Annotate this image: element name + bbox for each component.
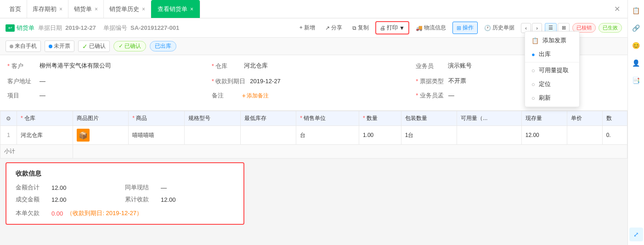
th-product-img: 商品图片 — [73, 111, 129, 126]
add-note-button[interactable]: 添加备注 — [242, 92, 269, 100]
row-qty: 1.00 — [359, 126, 401, 145]
product-table-wrap: ⚙ 仓库 商品图片 商品 规格型号 最低库存 销售单位 数量 包装数量 可用量（… — [0, 111, 627, 159]
tab-sales[interactable]: 销货单 × — [68, 0, 104, 18]
locate-icon: ○ — [531, 81, 535, 88]
tab-sales-close[interactable]: × — [95, 6, 98, 12]
right-sidebar: 📋 🔗 😊 👤 📑 ⤢ — [627, 0, 644, 228]
customer-value: 柳州粤港平安气体有限公司 — [38, 61, 212, 71]
payment-grid: 金额合计 12.00 同单现结 — 成交金额 12.00 累计收款 12.00 … — [16, 183, 234, 217]
tabs-bar-right: ✕ — [610, 2, 624, 16]
outbound-icon: ● — [531, 51, 535, 58]
mobile-dot-icon — [10, 45, 13, 48]
window-close-button[interactable]: ✕ — [610, 2, 624, 16]
status-confirmed-tag: ✓ 已确认 — [113, 41, 146, 51]
receipt-type-field: 票据类型 不开票 — [416, 76, 620, 86]
warehouse-field: 仓库 河北仓库 — [212, 61, 416, 71]
doc-number-label: 单据编号 SA-20191227-001 — [103, 24, 179, 32]
row-spec — [184, 126, 240, 145]
dropdown-refresh[interactable]: ○ 刷新 — [525, 91, 579, 105]
th-min-stock: 最低库存 — [240, 111, 296, 126]
print-button[interactable]: 🖨 打印 ▼ — [375, 21, 409, 34]
logistics-button[interactable]: 🚚 物流信息 — [412, 22, 450, 34]
th-qty: 数量 — [359, 111, 401, 126]
doc-title-area: ↩ 销货单 单据日期 2019-12-27 单据编号 SA-20191227-0… — [6, 24, 292, 32]
row-other: 0. — [602, 126, 627, 145]
row-min-stock — [240, 126, 296, 145]
row-available — [457, 126, 521, 145]
tab-sales-history-close[interactable]: × — [142, 6, 145, 12]
address-label: 客户地址 — [7, 77, 35, 85]
th-settings[interactable]: ⚙ — [0, 111, 17, 126]
logistics-icon: 🚚 — [416, 25, 423, 31]
dropdown-available-qty[interactable]: ○ 可用量提取 — [525, 63, 579, 77]
owed-row: 本单欠款 0.00 （收款到期日: 2019-12-27） — [16, 209, 234, 217]
sidebar-icon-file[interactable]: 📑 — [629, 74, 643, 87]
doc-date-label: 单据日期 2019-12-27 — [38, 24, 96, 32]
th-product: 商品 — [129, 111, 185, 126]
owed-note: （收款到期日: 2019-12-27） — [67, 209, 142, 217]
cumulative-row: 累计收款 12.00 — [125, 195, 234, 204]
row-product: 嘻嘻嘻嘻 — [129, 126, 185, 145]
doc-type-badge: ↩ 销货单 — [6, 24, 34, 32]
row-pack-qty: 1台 — [401, 126, 457, 145]
sidebar-icon-doc[interactable]: 📋 — [629, 4, 643, 17]
tab-view-sales[interactable]: 查看销货单 × — [151, 0, 200, 18]
subtotal-values — [73, 145, 627, 159]
new-button[interactable]: + 新增 — [296, 22, 319, 34]
cumulative-label: 累计收款 — [125, 195, 157, 204]
tab-inventory[interactable]: 库存期初 × — [27, 0, 68, 18]
operations-button[interactable]: ⊞ 操作 — [452, 22, 478, 34]
sidebar-icon-expand[interactable]: ⤢ — [629, 228, 643, 228]
payment-title: 收款信息 — [16, 170, 234, 178]
project-label: 项目 — [7, 91, 35, 100]
sidebar-icon-face[interactable]: 😊 — [629, 39, 643, 52]
dropdown-locate[interactable]: ○ 定位 — [525, 77, 579, 91]
tab-view-sales-close[interactable]: × — [190, 6, 193, 12]
refresh-icon: ○ — [531, 95, 535, 102]
share-button[interactable]: ↗ 分享 — [322, 22, 346, 34]
ticket-dot-icon — [49, 45, 52, 48]
th-warehouse: 仓库 — [17, 111, 73, 126]
salesperson2-field: 业务员孟 — — [416, 91, 620, 100]
not-open-ticket-btn[interactable]: 未开票 — [45, 40, 74, 52]
from-mobile-btn[interactable]: 来自手机 — [6, 40, 41, 52]
tab-home[interactable]: 首页 — [4, 0, 27, 18]
history-button[interactable]: 🕐 历史单据 — [480, 22, 518, 34]
dropdown-add-invoice[interactable]: 📋 添加发票 — [525, 34, 579, 47]
sidebar-icon-link[interactable]: 🔗 — [629, 21, 643, 35]
deal-amount-label: 成交金额 — [16, 195, 48, 204]
salesperson-field: 业务员 演示账号 — [416, 61, 620, 71]
row-warehouse: 河北仓库 — [17, 126, 73, 145]
project-field: 项目 — — [7, 91, 212, 100]
operations-dropdown: 📋 添加发票 ● 出库 ○ 可用量提取 ○ 定位 ○ 刷新 — [525, 31, 580, 107]
th-spec: 规格型号 — [184, 111, 240, 126]
receipt-type-label: 票据类型 — [416, 77, 444, 85]
doc-type-icon: ↩ — [6, 24, 15, 32]
note-field[interactable]: 备注 添加备注 — [212, 91, 416, 100]
th-available: 可用量（... — [457, 111, 521, 126]
subtotal-label: 小计 — [0, 145, 73, 159]
th-current: 现存量 — [521, 111, 567, 126]
project-value: — — [38, 91, 212, 100]
payment-date-label: 收款到期日 — [212, 77, 246, 85]
payment-amount-row: 金额合计 12.00 — [16, 183, 125, 192]
salesperson-label: 业务员 — [416, 62, 443, 70]
copy-button[interactable]: ⧉ 复制 — [349, 22, 373, 34]
print-dropdown-icon: ▼ — [399, 25, 405, 31]
row-current: 12.00 — [521, 126, 567, 145]
row-product-img: 📦 — [73, 126, 129, 145]
tab-sales-history[interactable]: 销货单历史 × — [104, 0, 151, 18]
table-header-row: ⚙ 仓库 商品图片 商品 规格型号 最低库存 销售单位 数量 包装数量 可用量（… — [0, 111, 627, 126]
warehouse-value: 河北仓库 — [242, 61, 416, 71]
dropdown-divider — [525, 62, 579, 63]
same-order-label: 同单现结 — [125, 183, 157, 192]
product-image: 📦 — [77, 129, 90, 142]
tab-inventory-close[interactable]: × — [59, 6, 62, 12]
sidebar-icon-user[interactable]: 👤 — [629, 56, 643, 70]
doc-type-label: 销货单 — [17, 24, 34, 32]
operations-icon: ⊞ — [457, 25, 461, 31]
th-price: 单价 — [567, 111, 602, 126]
dropdown-outbound[interactable]: ● 出库 — [525, 47, 579, 61]
check-icon: ✓ — [82, 43, 88, 50]
confirm-btn[interactable]: ✓ 已确认 — [78, 40, 110, 52]
